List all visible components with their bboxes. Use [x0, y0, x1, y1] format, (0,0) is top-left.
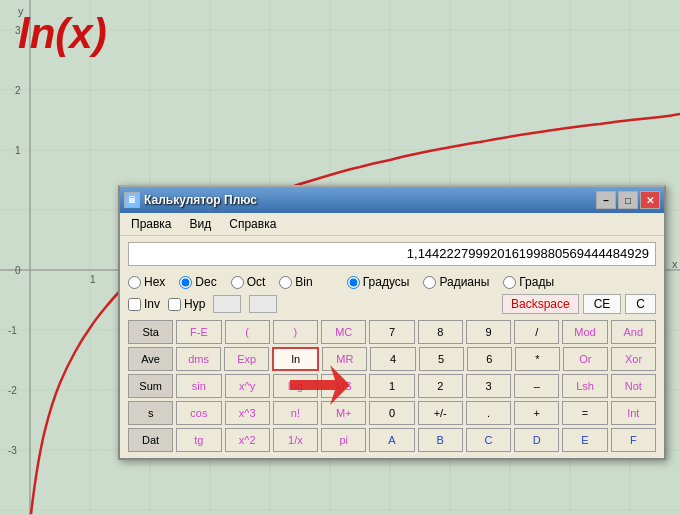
bin-label: Bin: [295, 275, 312, 289]
inv-x-button[interactable]: 1/x: [273, 428, 318, 452]
hex-radio-group[interactable]: Hex: [128, 275, 165, 289]
subtract-button[interactable]: –: [514, 374, 559, 398]
mod-button[interactable]: Mod: [562, 320, 607, 344]
a-button[interactable]: A: [369, 428, 414, 452]
dat-button[interactable]: Dat: [128, 428, 173, 452]
grads-label: Грады: [519, 275, 554, 289]
sta-button[interactable]: Sta: [128, 320, 173, 344]
xy-button[interactable]: x^y: [225, 374, 270, 398]
0-button[interactable]: 0: [369, 401, 414, 425]
close-paren-button[interactable]: ): [273, 320, 318, 344]
radians-label: Радианы: [439, 275, 489, 289]
oct-radio-group[interactable]: Oct: [231, 275, 266, 289]
svg-text:0: 0: [15, 265, 21, 276]
ms-button[interactable]: MS: [321, 374, 366, 398]
hex-radio[interactable]: [128, 276, 141, 289]
button-row-4: s cos x^3 n! M+ 0 +/- . + = Int: [128, 401, 656, 425]
button-row-3: Sum sin x^y log MS 1 2 3 – Lsh Not: [128, 374, 656, 398]
radians-radio[interactable]: [423, 276, 436, 289]
sum-button[interactable]: Sum: [128, 374, 173, 398]
oct-radio[interactable]: [231, 276, 244, 289]
backspace-button[interactable]: Backspace: [502, 294, 579, 314]
grads-radio[interactable]: [503, 276, 516, 289]
and-button[interactable]: And: [611, 320, 656, 344]
dec-radio-group[interactable]: Dec: [179, 275, 216, 289]
int-button[interactable]: Int: [611, 401, 656, 425]
number-base-row: Hex Dec Oct Bin Градусы Радианы Грады: [120, 272, 664, 292]
hex-label: Hex: [144, 275, 165, 289]
equals-button[interactable]: =: [562, 401, 607, 425]
or-button[interactable]: Or: [563, 347, 608, 371]
9-button[interactable]: 9: [466, 320, 511, 344]
pi-button[interactable]: pi: [321, 428, 366, 452]
menu-bar: Правка Вид Справка: [120, 213, 664, 236]
inv-checkbox[interactable]: [128, 298, 141, 311]
ln-button[interactable]: ln: [272, 347, 319, 371]
menu-pravka[interactable]: Правка: [128, 216, 175, 232]
minimize-button[interactable]: –: [596, 191, 616, 209]
6-button[interactable]: 6: [467, 347, 512, 371]
ce-button[interactable]: CE: [583, 294, 622, 314]
add-button[interactable]: +: [514, 401, 559, 425]
3-button[interactable]: 3: [466, 374, 511, 398]
x3-button[interactable]: x^3: [225, 401, 270, 425]
multiply-button[interactable]: *: [515, 347, 560, 371]
7-button[interactable]: 7: [369, 320, 414, 344]
check-buttons-group: Backspace CE C: [502, 294, 656, 314]
4-button[interactable]: 4: [370, 347, 415, 371]
hyp-check-group[interactable]: Hyp: [168, 297, 205, 311]
cos-button[interactable]: cos: [176, 401, 221, 425]
2-button[interactable]: 2: [418, 374, 463, 398]
mplus-button[interactable]: M+: [321, 401, 366, 425]
f-button[interactable]: F: [611, 428, 656, 452]
xor-button[interactable]: Xor: [611, 347, 656, 371]
maximize-button[interactable]: □: [618, 191, 638, 209]
open-paren-button[interactable]: (: [225, 320, 270, 344]
8-button[interactable]: 8: [418, 320, 463, 344]
nfact-button[interactable]: n!: [273, 401, 318, 425]
dec-radio[interactable]: [179, 276, 192, 289]
bin-radio-group[interactable]: Bin: [279, 275, 312, 289]
e-button[interactable]: E: [562, 428, 607, 452]
menu-spravka[interactable]: Справка: [226, 216, 279, 232]
check-row: Inv Hyp Backspace CE C: [120, 292, 664, 316]
s-button[interactable]: s: [128, 401, 173, 425]
not-button[interactable]: Not: [611, 374, 656, 398]
dms-button[interactable]: dms: [176, 347, 221, 371]
svg-text:-3: -3: [8, 445, 17, 456]
degrees-radio[interactable]: [347, 276, 360, 289]
divide-button[interactable]: /: [514, 320, 559, 344]
hyp-label: Hyp: [184, 297, 205, 311]
grads-radio-group[interactable]: Грады: [503, 275, 554, 289]
hyp-checkbox[interactable]: [168, 298, 181, 311]
x2-button[interactable]: x^2: [225, 428, 270, 452]
b-button[interactable]: B: [418, 428, 463, 452]
fe-button[interactable]: F-E: [176, 320, 221, 344]
mc-button[interactable]: MC: [321, 320, 366, 344]
ave-button[interactable]: Ave: [128, 347, 173, 371]
title-bar: 🖩 Калькулятор Плюс – □ ✕: [120, 187, 664, 213]
exp-button[interactable]: Exp: [224, 347, 269, 371]
mr-button[interactable]: MR: [322, 347, 367, 371]
c-hex-button[interactable]: C: [466, 428, 511, 452]
radians-radio-group[interactable]: Радианы: [423, 275, 489, 289]
button-row-2: Ave dms Exp ln MR 4 5 6 * Or Xor: [128, 347, 656, 371]
sin-button[interactable]: sin: [176, 374, 221, 398]
1-button[interactable]: 1: [369, 374, 414, 398]
5-button[interactable]: 5: [419, 347, 464, 371]
tg-button[interactable]: tg: [176, 428, 221, 452]
d-button[interactable]: D: [514, 428, 559, 452]
log-button[interactable]: log: [273, 374, 318, 398]
bin-radio[interactable]: [279, 276, 292, 289]
svg-text:x: x: [672, 258, 678, 270]
lsh-button[interactable]: Lsh: [562, 374, 607, 398]
dot-button[interactable]: .: [466, 401, 511, 425]
inv-check-group[interactable]: Inv: [128, 297, 160, 311]
plusminus-button[interactable]: +/-: [418, 401, 463, 425]
svg-text:-2: -2: [8, 385, 17, 396]
degrees-radio-group[interactable]: Градусы: [347, 275, 410, 289]
menu-vid[interactable]: Вид: [187, 216, 215, 232]
small-display-1: [213, 295, 241, 313]
close-button[interactable]: ✕: [640, 191, 660, 209]
c-button[interactable]: C: [625, 294, 656, 314]
